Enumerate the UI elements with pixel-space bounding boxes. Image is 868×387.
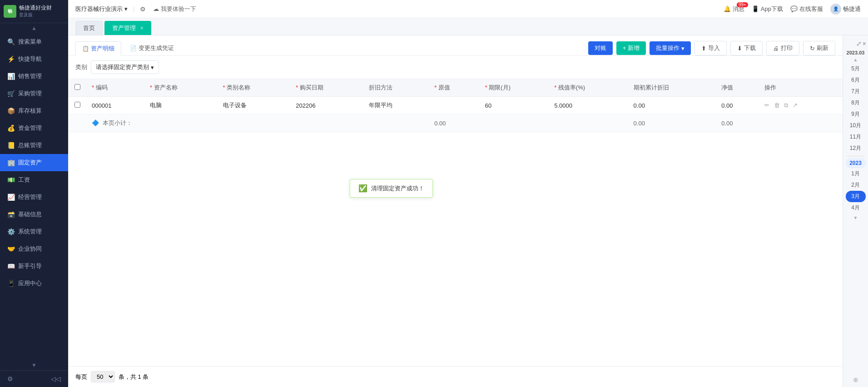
- sidebar-item-operations[interactable]: 📈 经营管理: [0, 189, 68, 206]
- panel-up-arrow[interactable]: ▲: [853, 57, 858, 62]
- month-aug[interactable]: 8月: [846, 97, 866, 109]
- avatar: 👤: [830, 4, 841, 15]
- month-jul[interactable]: 7月: [846, 86, 866, 97]
- refresh-label: 刷新: [817, 44, 828, 52]
- month-feb-2023[interactable]: 2月: [846, 179, 866, 191]
- new-button-label: + 新增: [623, 44, 640, 52]
- sidebar-item-purchase[interactable]: 🛒 采购管理: [0, 85, 68, 102]
- sidebar-item-ledger[interactable]: 📒 总账管理: [0, 137, 68, 154]
- month-jan-2023[interactable]: 1月: [846, 168, 866, 179]
- user-menu[interactable]: 👤 畅捷通: [830, 4, 861, 15]
- select-all-checkbox[interactable]: [74, 84, 80, 90]
- tab-asset-management[interactable]: 资产管理 ×: [104, 21, 151, 35]
- edit-icon[interactable]: ✏: [764, 102, 769, 109]
- export-label: 导入: [708, 44, 720, 52]
- collapse-icon[interactable]: ◁◁: [51, 375, 61, 382]
- month-jun[interactable]: 6月: [846, 74, 866, 86]
- sidebar-footer: ⚙ ◁◁: [0, 370, 68, 387]
- subtotal-initial: 0.00: [628, 114, 716, 132]
- customer-service-label: 在线客服: [799, 5, 823, 13]
- per-page-select[interactable]: 50: [91, 371, 115, 382]
- download-icon: ⬇: [737, 45, 742, 52]
- month-may[interactable]: 5月: [846, 63, 866, 74]
- download-label: 下载: [744, 44, 756, 52]
- month-sep[interactable]: 9月: [846, 109, 866, 120]
- topbar-divider: |: [133, 5, 134, 12]
- ledger-icon: 📒: [7, 142, 15, 149]
- new-button[interactable]: + 新增: [616, 41, 646, 55]
- refresh-icon: ↻: [810, 45, 815, 52]
- sidebar-item-basic-info[interactable]: 🗃️ 基础信息: [0, 206, 68, 223]
- month-oct[interactable]: 10月: [846, 120, 866, 131]
- sidebar-item-salary[interactable]: 💵 工资: [0, 171, 68, 189]
- batch-button[interactable]: 批量操作 ▾: [650, 41, 691, 55]
- sidebar-item-system[interactable]: ⚙️ 系统管理: [0, 223, 68, 240]
- more-icon[interactable]: ↗: [793, 102, 798, 109]
- subtotal-original: 0.00: [429, 114, 479, 132]
- panel-down-arrow[interactable]: ▼: [853, 215, 858, 220]
- right-panel-close-icon[interactable]: ×: [863, 40, 866, 47]
- sub-tab-asset-detail[interactable]: 📋 资产明细: [75, 41, 121, 56]
- month-apr-2023[interactable]: 4月: [846, 202, 866, 213]
- sidebar-item-search[interactable]: 🔍 搜索菜单: [0, 33, 68, 50]
- settings-icon[interactable]: ⚙: [7, 375, 13, 382]
- cell-residual-rate: 5.0000: [549, 97, 628, 114]
- company-selector[interactable]: 医疗器械行业演示 ▾: [75, 5, 128, 13]
- toolbar-actions: 对账 + 新增 批量操作 ▾ ⬆ 导入 ⬇ 下载: [588, 41, 835, 55]
- content-area: 📋 资产明细 📄 变更生成凭证 对账 + 新增 批量操作 ▾: [68, 35, 868, 387]
- tab-home[interactable]: 首页: [75, 21, 103, 35]
- sidebar-item-guide[interactable]: 📖 新手引导: [0, 258, 68, 275]
- sidebar-item-cooperation[interactable]: 🤝 企业协同: [0, 240, 68, 258]
- app-download-button[interactable]: 📱 App下载: [752, 5, 783, 13]
- experience-label: 我要体验一下: [161, 5, 196, 13]
- sidebar-scroll-down[interactable]: ▼: [0, 360, 68, 370]
- sidebar-item-finance[interactable]: 💰 资金管理: [0, 119, 68, 137]
- copy-icon[interactable]: ⧉: [784, 102, 788, 109]
- inventory-icon: 📦: [7, 107, 15, 114]
- export-button[interactable]: ⬆ 导入: [694, 41, 727, 55]
- sales-icon: 📊: [7, 73, 15, 80]
- sidebar-item-label: 基础信息: [18, 210, 42, 218]
- month-nov[interactable]: 11月: [846, 131, 866, 143]
- cell-name: 电脑: [144, 97, 218, 114]
- print-button[interactable]: 🖨 打印: [766, 41, 799, 55]
- tab-close-icon[interactable]: ×: [140, 25, 144, 31]
- sub-tab-change-voucher[interactable]: 📄 变更生成凭证: [123, 41, 181, 55]
- salary-icon: 💵: [7, 176, 15, 184]
- month-dec[interactable]: 12月: [846, 143, 866, 154]
- month-mar-2023[interactable]: 3月: [846, 191, 866, 202]
- sidebar-item-sales[interactable]: 📊 销售管理: [0, 68, 68, 85]
- company-settings-icon[interactable]: ⚙: [140, 5, 146, 13]
- category-select[interactable]: 请选择固定资产类别 ▾: [91, 60, 159, 74]
- download-button[interactable]: ⬇ 下载: [730, 41, 763, 55]
- sidebar-scroll-up[interactable]: ▲: [0, 23, 68, 33]
- customer-service-button[interactable]: 💬 在线客服: [790, 5, 823, 13]
- year-2023-label[interactable]: 2023: [846, 158, 866, 168]
- sidebar-item-app-center[interactable]: 📱 应用中心: [0, 275, 68, 292]
- notifications-button[interactable]: 🔔 消息 99+: [724, 5, 744, 13]
- sidebar-item-quick-nav[interactable]: ⚡ 快捷导航: [0, 50, 68, 68]
- year-divider: [847, 156, 865, 156]
- subtotal-empty-2: [480, 114, 549, 132]
- sidebar-item-inventory[interactable]: 📦 库存核算: [0, 102, 68, 119]
- app-subtitle: 普及版: [19, 12, 52, 18]
- guide-icon: 📖: [7, 263, 15, 270]
- total-info: 条，共 1 条: [119, 373, 149, 381]
- right-panel-expand-icon[interactable]: ⤢: [856, 40, 862, 47]
- panel-bottom-icon[interactable]: ⊕: [853, 376, 858, 387]
- success-toast: ✅ 清理固定资产成功！: [350, 179, 433, 198]
- change-voucher-icon: 📄: [130, 45, 137, 51]
- pagination-bar: 每页 50 条，共 1 条: [68, 366, 843, 387]
- reconcile-button[interactable]: 对账: [588, 41, 613, 55]
- refresh-button[interactable]: ↻ 刷新: [803, 41, 835, 55]
- tab-asset-label: 资产管理: [112, 25, 136, 31]
- row-checkbox[interactable]: [74, 102, 80, 108]
- select-all-header: [68, 79, 86, 97]
- delete-icon[interactable]: 🗑: [774, 102, 780, 109]
- right-panel: ⤢ × 2023.03 ▲ 5月 6月 7月 8月 9月 10月 11月 12月…: [843, 35, 868, 387]
- tab-home-label: 首页: [83, 25, 95, 31]
- print-label: 打印: [781, 44, 793, 52]
- main-container: 医疗器械行业演示 ▾ | ⚙ ☁ 我要体验一下 🔔 消息 99+ 📱 App下载…: [68, 0, 868, 387]
- experience-button[interactable]: ☁ 我要体验一下: [153, 5, 196, 13]
- sidebar-item-fixed-assets[interactable]: 🏢 固定资产: [0, 154, 68, 171]
